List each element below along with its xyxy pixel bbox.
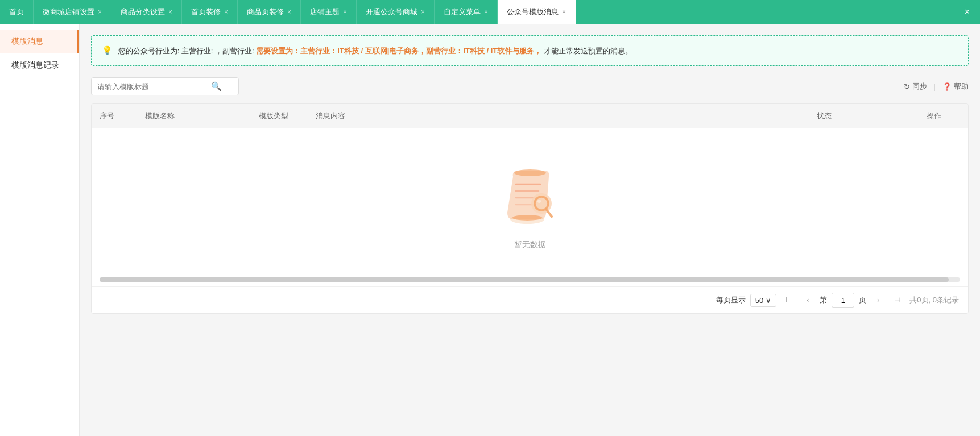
next-page-button[interactable]: › <box>871 293 886 308</box>
close-custom-menu[interactable]: × <box>484 8 488 16</box>
global-close-button[interactable]: × <box>954 0 980 24</box>
tab-home-decor[interactable]: 首页装修 × <box>182 0 238 24</box>
data-table: 序号 模版名称 模版类型 消息内容 状态 操作 <box>91 103 969 314</box>
help-icon: ❓ <box>942 82 952 91</box>
tab-shop-theme[interactable]: 店铺主题 × <box>301 0 357 24</box>
tab-open-mall-label: 开通公众号商城 <box>366 7 417 17</box>
tab-template-msg-label: 公众号模版消息 <box>507 7 559 17</box>
th-name: 模版名称 <box>137 104 251 128</box>
per-page-label: 每页显示 <box>716 295 746 305</box>
sidebar-item-record-label: 模版消息记录 <box>11 60 59 69</box>
global-close-icon: × <box>965 7 970 17</box>
tab-home[interactable]: 首页 <box>0 0 34 24</box>
top-nav: 首页 微商城店铺设置 × 商品分类设置 × 首页装修 × 商品页装修 × 店铺主… <box>0 0 980 24</box>
help-label: 帮助 <box>954 81 969 92</box>
table-header: 序号 模版名称 模版类型 消息内容 状态 操作 <box>92 104 968 128</box>
per-page-select[interactable]: 50 ∨ <box>750 294 776 307</box>
sidebar-item-template-msg[interactable]: 模版消息 <box>0 30 79 53</box>
close-open-mall[interactable]: × <box>421 8 425 16</box>
toolbar-divider: | <box>934 82 936 91</box>
first-page-button[interactable]: ⊢ <box>781 293 796 308</box>
page-unit: 页 <box>859 295 866 305</box>
tab-open-mall[interactable]: 开通公众号商城 × <box>357 0 435 24</box>
sync-icon: ↻ <box>904 82 910 91</box>
tab-category-setting[interactable]: 商品分类设置 × <box>111 0 182 24</box>
prev-page-button[interactable]: ‹ <box>800 293 815 308</box>
alert-box: 💡 您的公众号行业为: 主营行业: ，副营行业: 需要设置为：主营行业：IT科技… <box>91 35 969 66</box>
close-category-setting[interactable]: × <box>168 8 172 16</box>
sidebar: 模版消息 模版消息记录 <box>0 24 80 436</box>
current-page-input[interactable] <box>832 293 854 308</box>
alert-prefix: 您的公众号行业为: 主营行业: ，副营行业: <box>118 47 254 55</box>
per-page-value: 50 <box>755 296 763 305</box>
th-content: 消息内容 <box>308 104 809 128</box>
close-template-msg[interactable]: × <box>562 8 566 16</box>
search-icon[interactable]: 🔍 <box>211 81 222 92</box>
alert-highlight: 需要设置为：主营行业：IT科技 / 互联网|电子商务，副营行业：IT科技 / I… <box>256 47 541 55</box>
sidebar-item-template-msg-label: 模版消息 <box>11 36 43 45</box>
close-shop-setting[interactable]: × <box>98 8 102 16</box>
tab-home-label: 首页 <box>9 7 24 17</box>
svg-point-1 <box>514 169 546 176</box>
tab-template-msg[interactable]: 公众号模版消息 × <box>498 0 576 24</box>
empty-state: 暂无数据 <box>92 128 968 273</box>
last-page-button[interactable]: ⊣ <box>890 293 905 308</box>
toolbar-right: ↻ 同步 | ❓ 帮助 <box>904 81 969 92</box>
page-summary: 共0页, 0条记录 <box>909 295 959 305</box>
sync-button[interactable]: ↻ 同步 <box>904 81 927 92</box>
tab-product-decor[interactable]: 商品页装修 × <box>238 0 301 24</box>
close-home-decor[interactable]: × <box>224 8 228 16</box>
horizontal-scrollbar[interactable] <box>100 277 960 282</box>
tab-custom-menu-label: 自定义菜单 <box>444 7 481 17</box>
th-seq: 序号 <box>92 104 137 128</box>
page-label: 第 <box>820 295 827 305</box>
help-button[interactable]: ❓ 帮助 <box>942 81 969 92</box>
th-action: 操作 <box>900 104 968 128</box>
pagination: 每页显示 50 ∨ ⊢ ‹ 第 页 › ⊣ 共0页, 0条记录 <box>92 286 968 313</box>
close-product-decor[interactable]: × <box>287 8 291 16</box>
empty-illustration <box>496 163 564 231</box>
close-shop-theme[interactable]: × <box>343 8 347 16</box>
svg-point-10 <box>537 200 541 203</box>
search-bar: 🔍 ↻ 同步 | ❓ 帮助 <box>91 77 969 95</box>
scroll-thumb[interactable] <box>100 277 949 282</box>
per-page-chevron-icon: ∨ <box>766 296 771 305</box>
tab-category-setting-label: 商品分类设置 <box>121 7 165 17</box>
search-input-wrap[interactable]: 🔍 <box>91 77 239 95</box>
sync-label: 同步 <box>912 81 927 92</box>
tab-shop-setting-label: 微商城店铺设置 <box>43 7 94 17</box>
main-content: 💡 您的公众号行业为: 主营行业: ，副营行业: 需要设置为：主营行业：IT科技… <box>80 24 980 436</box>
tab-shop-setting[interactable]: 微商城店铺设置 × <box>34 0 111 24</box>
tab-product-decor-label: 商品页装修 <box>247 7 284 17</box>
tab-home-decor-label: 首页装修 <box>191 7 221 17</box>
alert-icon: 💡 <box>102 45 113 55</box>
search-input[interactable] <box>97 82 211 91</box>
th-type: 模版类型 <box>251 104 308 128</box>
sidebar-item-template-msg-record[interactable]: 模版消息记录 <box>0 53 79 77</box>
svg-point-2 <box>512 215 542 221</box>
tab-shop-theme-label: 店铺主题 <box>310 7 340 17</box>
empty-text: 暂无数据 <box>514 240 546 250</box>
th-status: 状态 <box>809 104 900 128</box>
app-layout: 模版消息 模版消息记录 💡 您的公众号行业为: 主营行业: ，副营行业: 需要设… <box>0 24 980 436</box>
alert-suffix: 才能正常发送预置的消息。 <box>544 47 632 55</box>
tab-custom-menu[interactable]: 自定义菜单 × <box>435 0 498 24</box>
